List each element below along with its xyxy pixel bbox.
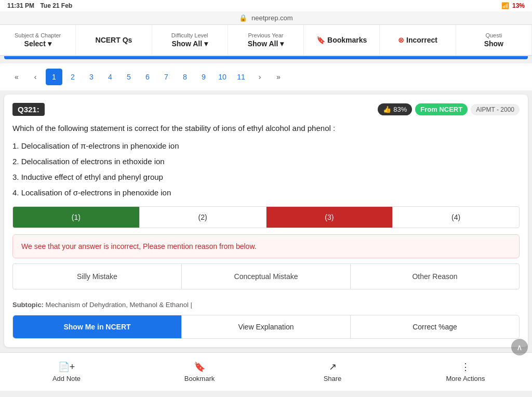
- add-note-button[interactable]: 📄+ Add Note: [0, 359, 133, 385]
- status-time-date: 11:31 PM Tue 21 Feb: [7, 2, 72, 9]
- option-3: 3. Inductive effect of ethyl and phenyl …: [12, 171, 520, 183]
- subtopic: Subtopic: Mechanism of Dehydration, Meth…: [12, 297, 520, 309]
- page-3[interactable]: 3: [83, 69, 100, 85]
- bookmark-icon: 🔖: [194, 361, 205, 373]
- page-8[interactable]: 8: [177, 69, 193, 85]
- page-9[interactable]: 9: [195, 69, 212, 85]
- page-last[interactable]: »: [270, 69, 287, 85]
- nav-difficulty[interactable]: Difficulty Level Show All ▾: [152, 25, 228, 55]
- nav-difficulty-label: Difficulty Level: [171, 32, 208, 39]
- share-label: Share: [324, 375, 342, 382]
- date: Tue 21 Feb: [40, 2, 72, 9]
- answer-opt-3[interactable]: (3): [267, 207, 393, 228]
- subtopic-value: Mechanism of Dehydration, Methanol & Eth…: [46, 301, 192, 309]
- status-bar: 11:31 PM Tue 21 Feb 📶 13%: [0, 0, 532, 11]
- more-label: More Actions: [446, 375, 485, 382]
- nav-bar: Subject & Chapter Select ▾ NCERT Qs Diff…: [0, 25, 532, 56]
- bookmark-button[interactable]: 🔖 Bookmark: [133, 359, 266, 385]
- page-5[interactable]: 5: [121, 69, 137, 85]
- blue-strip: [4, 56, 528, 59]
- time: 11:31 PM: [7, 2, 34, 9]
- reason-options: Silly Mistake Conceptual Mistake Other R…: [12, 263, 520, 289]
- nav-questi-value: Show: [484, 39, 503, 48]
- add-note-icon: 📄+: [58, 361, 75, 373]
- nav-ncert-value: NCERT Qs: [96, 35, 132, 45]
- page-6[interactable]: 6: [139, 69, 156, 85]
- more-icon: ⋮: [461, 361, 470, 373]
- badge-ncert: From NCERT: [415, 103, 468, 115]
- view-explanation-button[interactable]: View Explanation: [182, 315, 351, 338]
- question-id: Q321:: [12, 103, 45, 116]
- page-7[interactable]: 7: [158, 69, 175, 85]
- nav-bookmarks[interactable]: 🔖 Bookmarks: [304, 25, 380, 55]
- page-prev[interactable]: ‹: [27, 69, 44, 85]
- lock-icon: 🔒: [239, 14, 247, 22]
- nav-incorrect-value: ⊗ Incorrect: [398, 35, 437, 45]
- answer-opt-2[interactable]: (2): [140, 207, 267, 228]
- add-note-label: Add Note: [52, 375, 81, 382]
- nav-bookmarks-value: 🔖 Bookmarks: [316, 35, 367, 45]
- option-1: 1. Delocalisation of π-electrons in phen…: [12, 140, 520, 152]
- question-header: Q321: 👍 83% From NCERT AIPMT - 2000: [12, 103, 520, 116]
- option-2: 2. Delocalisation of electrons in ethoxi…: [12, 155, 520, 168]
- pagination: « ‹ 1 2 3 4 5 6 7 8 9 10 11 › »: [8, 69, 524, 85]
- bottom-toolbar: 📄+ Add Note 🔖 Bookmark ↗ Share ⋮ More Ac…: [0, 352, 532, 391]
- reason-other[interactable]: Other Reason: [351, 264, 519, 289]
- bookmark-label: Bookmark: [184, 375, 215, 382]
- answer-opt-1[interactable]: (1): [13, 207, 140, 228]
- url-text: neetprep.com: [251, 14, 293, 22]
- answer-options: (1) (2) (3) (4): [12, 206, 520, 228]
- nav-subject-chapter[interactable]: Subject & Chapter Select ▾: [0, 25, 76, 55]
- page-2[interactable]: 2: [64, 69, 81, 85]
- status-right: 📶 13%: [501, 2, 525, 9]
- battery-indicator: 13%: [512, 2, 525, 9]
- question-card: Q321: 👍 83% From NCERT AIPMT - 2000 Whic…: [4, 95, 528, 347]
- incorrect-notice: We see that your answer is incorrect, Pl…: [12, 234, 520, 258]
- x-icon: ⊗: [398, 36, 404, 44]
- answer-opt-4[interactable]: (4): [393, 207, 519, 228]
- badge-like: 👍 83%: [378, 103, 412, 115]
- subtopic-label: Subtopic:: [12, 301, 44, 309]
- nav-prev-value: Show All ▾: [248, 39, 284, 48]
- nav-subject-value: Select ▾: [24, 39, 51, 48]
- nav-questi-label: Questi: [485, 32, 502, 39]
- page-4[interactable]: 4: [102, 69, 118, 85]
- nav-subject-label: Subject & Chapter: [15, 32, 61, 39]
- question-text: Which of the following statement is corr…: [12, 122, 520, 135]
- page-next[interactable]: ›: [251, 69, 268, 85]
- page-1[interactable]: 1: [46, 69, 62, 85]
- correct-percentage-button[interactable]: Correct %age: [351, 315, 519, 338]
- question-badges: 👍 83% From NCERT AIPMT - 2000: [378, 103, 520, 115]
- more-actions-button[interactable]: ⋮ More Actions: [399, 359, 532, 385]
- share-icon: ↗: [329, 361, 337, 373]
- reason-conceptual[interactable]: Conceptual Mistake: [182, 264, 351, 289]
- nav-prev-label: Previous Year: [248, 32, 284, 39]
- scroll-up-button[interactable]: ∧: [511, 339, 528, 355]
- reason-silly[interactable]: Silly Mistake: [13, 264, 182, 289]
- page-10[interactable]: 10: [214, 69, 231, 85]
- like-percent: 83%: [393, 105, 407, 113]
- url-bar[interactable]: 🔒 neetprep.com: [0, 11, 532, 25]
- nav-ncert-qs[interactable]: NCERT Qs: [76, 25, 152, 55]
- action-buttons: Show Me in NCERT View Explanation Correc…: [12, 315, 520, 339]
- thumbs-up-icon: 👍: [383, 105, 391, 113]
- pagination-wrap: « ‹ 1 2 3 4 5 6 7 8 9 10 11 › »: [0, 63, 532, 90]
- page-first[interactable]: «: [8, 69, 25, 85]
- share-button[interactable]: ↗ Share: [266, 359, 399, 385]
- option-4: 4. Localisation of σ-electrons in phenox…: [12, 187, 520, 199]
- nav-difficulty-value: Show All ▾: [171, 39, 207, 48]
- wifi-icon: 📶: [501, 2, 509, 9]
- nav-questi[interactable]: Questi Show: [456, 25, 532, 55]
- nav-incorrect[interactable]: ⊗ Incorrect: [380, 25, 456, 55]
- show-ncert-button[interactable]: Show Me in NCERT: [13, 315, 182, 338]
- nav-previous-year[interactable]: Previous Year Show All ▾: [228, 25, 304, 55]
- page-11[interactable]: 11: [233, 69, 249, 85]
- badge-aipmt: AIPMT - 2000: [471, 104, 520, 115]
